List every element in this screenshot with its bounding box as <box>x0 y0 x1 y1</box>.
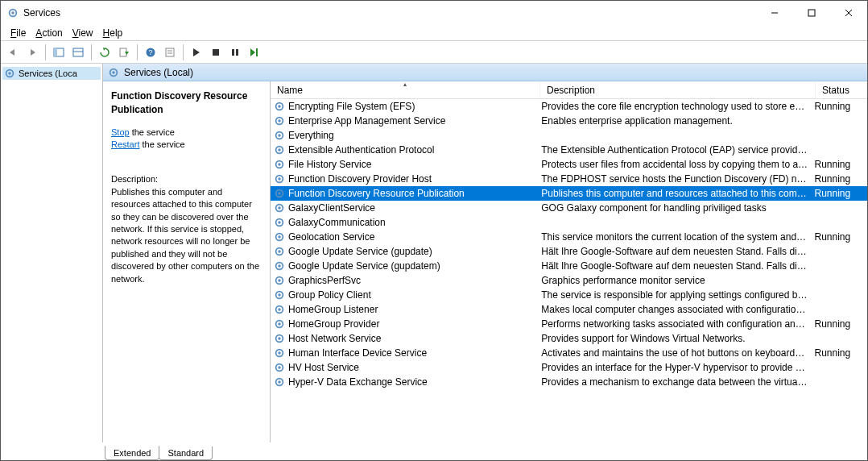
minimize-button[interactable] <box>756 1 793 25</box>
start-service-button[interactable] <box>188 44 205 61</box>
rows-container[interactable]: Encrypting File System (EFS)Provides the… <box>271 99 867 442</box>
gear-icon <box>274 130 285 141</box>
svg-point-55 <box>278 279 281 282</box>
svg-point-29 <box>112 71 115 74</box>
service-name: GalaxyCommunication <box>288 217 386 228</box>
service-row[interactable]: Extensible Authentication ProtocolThe Ex… <box>271 143 867 157</box>
export-list-button[interactable] <box>115 44 133 61</box>
service-description: Enables enterprise application managemen… <box>538 115 811 127</box>
title-bar: Services <box>1 1 867 25</box>
stop-service-button[interactable] <box>207 44 225 61</box>
service-name: GraphicsPerfSvc <box>288 275 361 286</box>
service-row[interactable]: Human Interface Device ServiceActivates … <box>271 346 867 360</box>
menu-view[interactable]: View <box>68 26 98 40</box>
help-button[interactable]: ? <box>142 44 159 61</box>
service-description: Publishes this computer and resources at… <box>538 188 811 199</box>
service-description: Hält Ihre Google-Software auf dem neuest… <box>538 260 811 272</box>
service-row[interactable]: Group Policy ClientThe service is respon… <box>271 288 867 302</box>
service-row[interactable]: Hyper-V Data Exchange ServiceProvides a … <box>271 375 867 389</box>
service-description: Provides an interface for the Hyper-V hy… <box>538 362 811 373</box>
service-description: Provides a mechanism to exchange data be… <box>538 376 811 388</box>
restart-service-button[interactable] <box>246 44 263 61</box>
svg-point-31 <box>278 105 281 108</box>
menu-file[interactable]: File <box>6 26 31 40</box>
service-row[interactable]: Encrypting File System (EFS)Provides the… <box>271 99 867 114</box>
service-name: Encrypting File System (EFS) <box>288 101 415 112</box>
svg-text:?: ? <box>148 48 152 56</box>
service-name: Geolocation Service <box>288 231 374 243</box>
column-description[interactable]: Description <box>540 81 816 98</box>
tree-item-services-local[interactable]: Services (Loca <box>2 67 101 80</box>
menu-help[interactable]: Help <box>98 26 128 40</box>
close-button[interactable] <box>830 1 867 25</box>
details-pane-button[interactable] <box>69 44 87 61</box>
navigation-tree[interactable]: Services (Loca <box>1 64 103 442</box>
maximize-button[interactable] <box>793 1 830 25</box>
service-name: Enterprise App Management Service <box>288 115 445 127</box>
refresh-button[interactable] <box>96 44 114 61</box>
tree-item-label: Services (Loca <box>19 69 77 78</box>
tab-extended[interactable]: Extended <box>105 446 159 460</box>
gear-icon <box>274 115 285 127</box>
gear-icon <box>7 7 19 19</box>
service-description: Graphics performance monitor service <box>538 275 811 286</box>
service-row[interactable]: Function Discovery Resource PublicationP… <box>271 186 867 201</box>
service-row[interactable]: HV Host ServiceProvides an interface for… <box>271 360 867 375</box>
service-description: Activates and maintains the use of hot b… <box>538 347 811 359</box>
gear-icon <box>274 275 285 286</box>
service-status: Running <box>812 101 867 112</box>
column-status[interactable]: Status <box>816 81 867 98</box>
toolbar-separator <box>45 44 46 60</box>
service-row[interactable]: Geolocation ServiceThis service monitors… <box>271 230 867 244</box>
service-row[interactable]: Function Discovery Provider HostThe FDPH… <box>271 172 867 186</box>
pause-service-button[interactable] <box>226 44 244 61</box>
back-button[interactable] <box>4 44 22 61</box>
service-name: Group Policy Client <box>288 289 371 301</box>
service-description: Protects user files from accidental loss… <box>538 159 811 170</box>
selected-service-name: Function Discovery Resource Publication <box>111 89 262 117</box>
service-row[interactable]: HomeGroup ListenerMakes local computer c… <box>271 302 867 317</box>
service-status: Running <box>812 318 867 330</box>
service-row[interactable]: GalaxyCommunication <box>271 215 867 230</box>
stop-service-link[interactable]: Stop <box>111 127 130 137</box>
svg-point-61 <box>278 322 281 326</box>
restart-service-link[interactable]: Restart <box>111 139 139 149</box>
service-row[interactable]: Google Update Service (gupdatem)Hält Ihr… <box>271 259 867 273</box>
toolbar-separator <box>183 44 184 60</box>
svg-point-69 <box>278 380 281 384</box>
column-name[interactable]: Name ▴ <box>271 81 540 98</box>
service-row[interactable]: Enterprise App Management ServiceEnables… <box>271 114 867 128</box>
svg-rect-25 <box>256 48 258 56</box>
service-row[interactable]: Google Update Service (gupdate)Hält Ihre… <box>271 244 867 259</box>
svg-point-67 <box>278 366 281 369</box>
svg-point-57 <box>278 293 281 297</box>
svg-point-63 <box>278 337 281 340</box>
svg-point-39 <box>278 163 281 166</box>
gear-icon <box>274 144 285 156</box>
service-row[interactable]: GraphicsPerfSvcGraphics performance moni… <box>271 273 867 288</box>
service-row[interactable]: Host Network ServiceProvides support for… <box>271 331 867 346</box>
gear-icon <box>274 347 285 359</box>
gear-icon <box>274 159 285 170</box>
tab-standard[interactable]: Standard <box>159 446 213 460</box>
service-row[interactable]: Everything <box>271 128 867 143</box>
svg-rect-21 <box>213 49 219 56</box>
show-hide-tree-button[interactable] <box>50 44 68 61</box>
service-description: The service is responsible for applying … <box>538 289 811 301</box>
service-row[interactable]: HomeGroup ProviderPerforms networking ta… <box>271 317 867 331</box>
toolbar: ? <box>1 41 867 64</box>
gear-icon <box>274 260 285 272</box>
svg-marker-24 <box>250 48 255 56</box>
service-row[interactable]: File History ServiceProtects user files … <box>271 157 867 172</box>
services-list: Name ▴ Description Status Encrypting Fil… <box>271 81 867 442</box>
window-title: Services <box>23 7 756 19</box>
pane-title: Services (Local) <box>124 67 193 78</box>
service-name: HV Host Service <box>288 362 359 373</box>
service-name: File History Service <box>288 159 371 170</box>
properties-button[interactable] <box>161 44 179 61</box>
service-name: Function Discovery Resource Publication <box>288 188 465 199</box>
service-row[interactable]: GalaxyClientServiceGOG Galaxy component … <box>271 201 867 215</box>
service-name: Host Network Service <box>288 333 381 344</box>
menu-action[interactable]: Action <box>31 26 67 40</box>
forward-button[interactable] <box>23 44 41 61</box>
